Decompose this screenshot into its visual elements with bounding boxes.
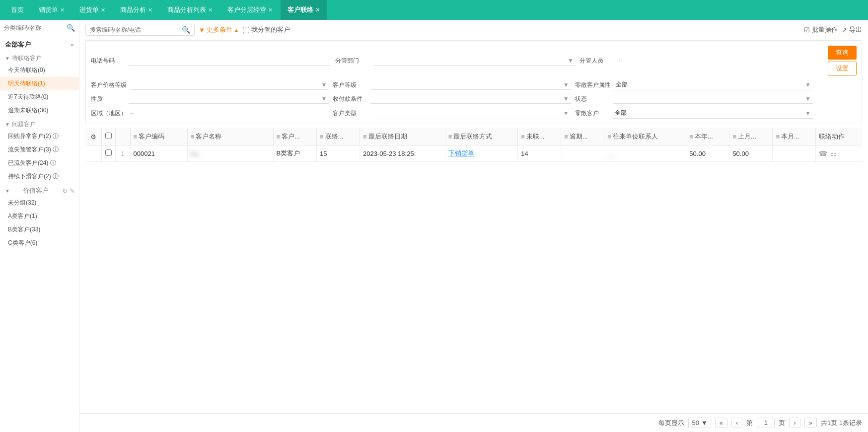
- sidebar-group-value[interactable]: 价值客户 ↻ ✎: [0, 183, 79, 196]
- sidebar-search-input[interactable]: [4, 24, 65, 31]
- prev-page-btn[interactable]: ‹: [731, 418, 742, 428]
- filter-status: 状态 ▼: [575, 94, 813, 104]
- sidebar-item-churned[interactable]: 已流失客户(24) ⓘ: [0, 156, 79, 170]
- sidebar-item-7days[interactable]: 近7天待联络(0): [0, 90, 79, 104]
- person-more-btn[interactable]: ···: [617, 57, 622, 64]
- nav-close-customer-contact[interactable]: ✕: [315, 0, 320, 20]
- first-page-btn[interactable]: «: [715, 418, 727, 428]
- sidebar-item-today[interactable]: 今天待联络(0): [0, 64, 79, 77]
- payment-select[interactable]: ▼: [370, 94, 571, 104]
- th-company-contact[interactable]: ≡往来单位联系人: [604, 128, 686, 145]
- sidebar-group-pending[interactable]: 待联络客户: [0, 51, 79, 64]
- filter-row-4: 区域（地区） ··· 客户类型 ▼ 零散客户 全部▼: [91, 108, 857, 119]
- dept-select[interactable]: ▼: [373, 56, 576, 66]
- set-button[interactable]: 设置: [828, 62, 857, 75]
- page-unit: 页: [779, 419, 785, 428]
- sidebar-item-tomorrow[interactable]: 明天待联络(1): [0, 77, 79, 90]
- action-phone-icon[interactable]: ☎: [819, 149, 827, 157]
- td-overdue: [561, 145, 604, 162]
- nav-close-analysis[interactable]: ✕: [148, 0, 152, 20]
- sidebar-group-problem[interactable]: 问题客户: [0, 117, 79, 130]
- page-size-select[interactable]: 50 ▼: [688, 418, 711, 428]
- retail-attr-select[interactable]: 全部▼: [614, 79, 813, 90]
- th-this-year[interactable]: ≡本年...: [686, 128, 729, 145]
- th-uncontacted[interactable]: ≡未联...: [518, 128, 561, 145]
- nav-home[interactable]: 首页: [4, 0, 31, 20]
- value-customer-edit-icon[interactable]: ✎: [70, 187, 75, 195]
- next-page-btn[interactable]: ›: [789, 418, 800, 428]
- batch-ops-btn[interactable]: ☑ 批量操作: [804, 25, 838, 34]
- row-checkbox[interactable]: [105, 149, 112, 156]
- sidebar-item-churn-warning[interactable]: 流失预警客户(3) ⓘ: [0, 143, 79, 156]
- th-last-month[interactable]: ≡上月...: [729, 128, 773, 145]
- table-row: 1 000021 Ea B类客户 15 2023-05-23 18:25: 下销…: [85, 145, 862, 162]
- nav-close-purchase[interactable]: ✕: [101, 0, 105, 20]
- nav-customer-contact[interactable]: 客户联络 ✕: [281, 0, 327, 20]
- price-level-select[interactable]: ▼: [130, 80, 329, 90]
- nav-sales[interactable]: 销货单 ✕: [32, 0, 72, 20]
- th-contact[interactable]: ≡联络...: [316, 128, 360, 145]
- filter-person: 分管人员 ···: [579, 57, 820, 65]
- my-customer-checkbox[interactable]: 我分管的客户: [243, 25, 290, 34]
- filter-price-level: 客户价格等级 ▼: [91, 80, 329, 90]
- filter-icon: ▼: [199, 26, 205, 34]
- main-search-input[interactable]: [90, 26, 179, 33]
- th-check[interactable]: [101, 128, 115, 145]
- more-conditions-btn[interactable]: ▼ 更多条件 ▲: [199, 25, 239, 34]
- filter-phone: 电话号码: [91, 56, 331, 66]
- nature-select[interactable]: ▼: [129, 94, 329, 104]
- main-layout: 🔍 全部客户 « 待联络客户 今天待联络(0) 明天待联络(1) 近7天待联络(…: [0, 20, 868, 432]
- sidebar-item-abnormal-repurchase[interactable]: 回购异常客户(2) ⓘ: [0, 130, 79, 143]
- th-type[interactable]: ≡客户...: [273, 128, 316, 145]
- value-customer-refresh-icon[interactable]: ↻: [62, 187, 68, 195]
- sidebar-search-icon[interactable]: 🔍: [67, 24, 75, 32]
- page-label: 第: [746, 419, 753, 428]
- td-check[interactable]: [101, 145, 115, 162]
- sidebar-all-customers[interactable]: 全部客户 «: [0, 36, 79, 51]
- filter-region: 区域（地区） ···: [91, 109, 329, 118]
- retail-customer-select[interactable]: 全部▼: [613, 108, 813, 119]
- filter-nature: 性质 ▼: [91, 94, 329, 104]
- page-input[interactable]: [757, 418, 775, 428]
- nav-purchase[interactable]: 进货单 ✕: [72, 0, 112, 20]
- main-search-icon[interactable]: 🔍: [182, 26, 190, 34]
- th-settings[interactable]: ⚙: [85, 128, 101, 145]
- region-more-btn[interactable]: ···: [130, 110, 135, 117]
- query-button[interactable]: 查询: [828, 46, 857, 60]
- th-name[interactable]: ≡客户名称: [187, 128, 273, 145]
- sidebar-item-classC[interactable]: C类客户(6): [0, 236, 79, 250]
- nav-close-sales[interactable]: ✕: [60, 0, 65, 20]
- filter-row-3: 性质 ▼ 收付款条件 ▼ 状态 ▼: [91, 94, 857, 104]
- my-customer-check[interactable]: [243, 27, 249, 33]
- sidebar-item-declining[interactable]: 持续下滑客户(2) ⓘ: [0, 170, 79, 183]
- sidebar-item-ungrouped[interactable]: 未分组(32): [0, 196, 79, 210]
- customer-type-select[interactable]: ▼: [370, 109, 571, 118]
- export-btn[interactable]: ↗ 导出: [842, 25, 862, 34]
- th-overdue[interactable]: ≡逾期...: [561, 128, 604, 145]
- nav-customer-tier[interactable]: 客户分层经营 ✕: [220, 0, 280, 20]
- status-select[interactable]: ▼: [613, 94, 813, 104]
- sidebar-collapse-icon[interactable]: «: [71, 41, 74, 48]
- td-action: ☎ ⚏: [816, 145, 862, 162]
- td-uncontacted: 14: [518, 145, 561, 162]
- th-last-contact-way[interactable]: ≡最后联络方式: [445, 128, 517, 145]
- nav-close-analysis-list[interactable]: ✕: [208, 0, 213, 20]
- phone-input[interactable]: [129, 56, 331, 66]
- th-action: 联络动作: [816, 128, 862, 145]
- td-last-contact-way[interactable]: 下销货单: [445, 145, 517, 162]
- customer-level-select[interactable]: ▼: [370, 80, 571, 90]
- sidebar-item-overdue[interactable]: 逾期未联络(30): [0, 104, 79, 117]
- action-menu-icon[interactable]: ⚏: [830, 149, 837, 157]
- nav-analysis[interactable]: 商品分析 ✕: [113, 0, 159, 20]
- sidebar-item-classB[interactable]: B类客户(33): [0, 223, 79, 236]
- last-page-btn[interactable]: »: [804, 418, 817, 428]
- sidebar-item-classA[interactable]: A类客户(1): [0, 210, 79, 223]
- th-code[interactable]: ≡客户编码: [130, 128, 187, 145]
- select-all-checkbox[interactable]: [105, 133, 112, 139]
- nav-analysis-list[interactable]: 商品分析列表 ✕: [160, 0, 219, 20]
- nav-close-customer-tier[interactable]: ✕: [268, 0, 273, 20]
- th-last-contact-date[interactable]: ≡最后联络日期: [360, 128, 445, 145]
- export-icon: ↗: [842, 26, 847, 34]
- filter-retail-customer: 零散客户 全部▼: [575, 108, 813, 119]
- th-this-month[interactable]: ≡本月...: [773, 128, 816, 145]
